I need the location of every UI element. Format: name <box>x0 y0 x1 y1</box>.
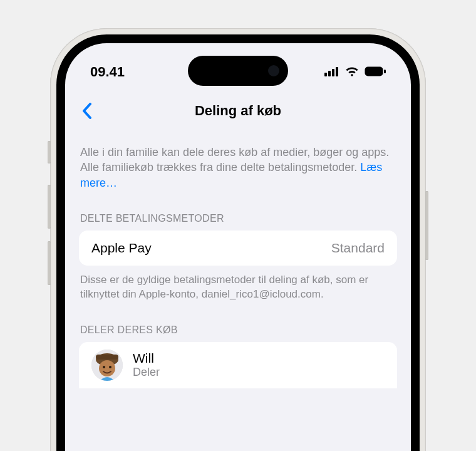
payment-section-header: DELTE BETALINGSMETODER <box>80 213 396 224</box>
intro-body: Alle i din familie kan dele deres køb af… <box>80 146 389 174</box>
power-button <box>425 191 428 260</box>
phone-frame: 09.41 Deling af køb <box>50 28 426 451</box>
battery-icon <box>365 64 386 80</box>
svg-rect-1 <box>328 71 331 76</box>
payment-method-cell[interactable]: Apple Pay Standard <box>79 231 397 266</box>
dynamic-island <box>188 56 288 86</box>
svg-point-9 <box>99 360 115 376</box>
svg-rect-8 <box>96 355 118 360</box>
status-time: 09.41 <box>90 64 125 80</box>
nav-bar: Deling af køb <box>65 93 411 128</box>
volume-up-button <box>48 185 51 229</box>
content: Alle i din familie kan dele deres køb af… <box>65 128 411 451</box>
member-row[interactable]: Will Deler <box>79 342 397 388</box>
payment-method-label: Apple Pay <box>91 241 152 256</box>
chevron-left-icon <box>82 103 92 119</box>
svg-rect-2 <box>332 69 334 76</box>
svg-rect-0 <box>324 73 327 76</box>
cellular-icon <box>324 64 339 80</box>
payment-method-detail: Standard <box>331 241 385 256</box>
wifi-icon <box>344 64 360 80</box>
member-status: Deler <box>133 366 160 379</box>
avatar <box>91 350 123 381</box>
intro-text: Alle i din familie kan dele deres køb af… <box>80 145 396 190</box>
screen: 09.41 Deling af køb <box>65 43 411 451</box>
page-title: Deling af køb <box>195 103 281 119</box>
payment-section-footer: Disse er de gyldige betalingsmetoder til… <box>80 273 396 302</box>
svg-rect-5 <box>384 70 386 73</box>
volume-down-button <box>48 241 51 285</box>
camera-dot-icon <box>268 65 279 76</box>
back-button[interactable] <box>76 100 98 122</box>
sharing-section-header: DELER DERES KØB <box>80 324 396 336</box>
svg-rect-4 <box>365 67 383 76</box>
member-name: Will <box>133 351 160 366</box>
svg-point-10 <box>103 366 105 368</box>
svg-rect-3 <box>336 67 338 76</box>
svg-point-11 <box>109 366 111 368</box>
side-button <box>48 141 51 163</box>
